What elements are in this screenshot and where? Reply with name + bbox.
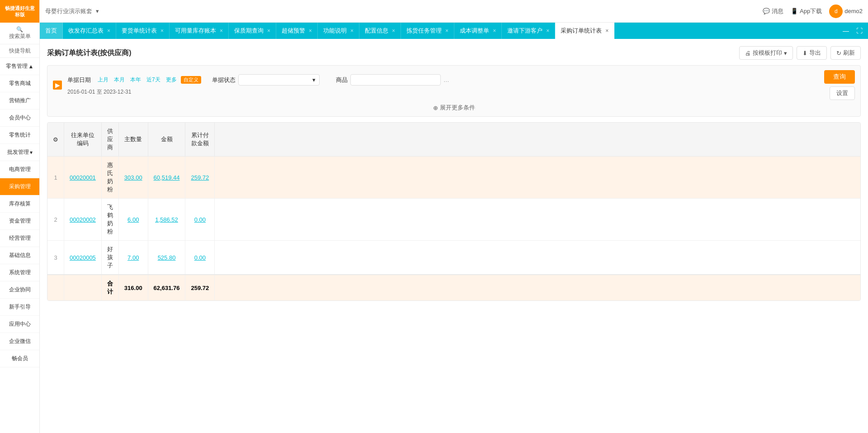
tab-close-icon[interactable]: × <box>493 28 496 34</box>
template-dropdown-icon: ▾ <box>784 50 787 57</box>
sidebar-item-new-guide[interactable]: 新手引导 <box>0 299 39 316</box>
sidebar-item-basic-info[interactable]: 基础信息 <box>0 247 39 264</box>
data-table: ⚙ 往来单位编码 供应商 主数量 金额 累计付款金额 1 <box>47 123 860 300</box>
td-main-qty[interactable]: 303.00 <box>118 157 148 199</box>
td-paid-amount[interactable]: 0.00 <box>185 241 215 275</box>
tab-recv-send-summary[interactable]: 收发存汇总表 × <box>63 23 116 39</box>
tab-pick-task[interactable]: 拣货任务管理 × <box>401 23 454 39</box>
filter-expand-button[interactable]: ▶ <box>53 81 62 90</box>
sidebar-item-retail-shop[interactable]: 零售商城 <box>0 75 39 92</box>
message-icon: 💬 <box>763 8 770 14</box>
user-profile-btn[interactable]: d demo2 <box>829 5 863 18</box>
sidebar-search[interactable]: 🔍 搜索菜单 <box>0 23 39 44</box>
search-label: 搜索菜单 <box>2 33 38 40</box>
date-custom-tag[interactable]: 自定义 <box>181 76 201 84</box>
btn-export-label: 导出 <box>809 49 821 57</box>
sidebar-item-member-card[interactable]: 畅会员 <box>0 350 39 367</box>
sidebar-item-system-manage[interactable]: 系统管理 <box>0 264 39 281</box>
date-shortcut-more[interactable]: 更多 <box>165 76 178 84</box>
date-shortcut-last-month[interactable]: 上月 <box>96 76 110 84</box>
gear-icon: ⚙ <box>53 136 58 143</box>
tab-purchase-order-stat[interactable]: 采购订单统计表 × <box>555 23 614 39</box>
goods-input[interactable] <box>350 74 441 86</box>
sidebar-item-retail-manage[interactable]: 零售管理 ▲ <box>0 58 39 75</box>
tab-inventory-account[interactable]: 可用量库存账本 × <box>170 23 229 39</box>
message-btn[interactable]: 💬 消息 <box>763 7 783 15</box>
filter-area: ▶ 单据日期 上月 本月 本年 近7天 更多 自定义 <box>47 65 861 117</box>
tab-cost-adjust[interactable]: 成本调整单 × <box>454 23 502 39</box>
td-footer-empty2 <box>64 275 102 300</box>
tab-close-icon[interactable]: × <box>392 28 395 34</box>
tab-close-icon[interactable]: × <box>309 28 312 34</box>
td-supplier-code[interactable]: 00020002 <box>64 199 102 241</box>
sidebar-item-retail-stat[interactable]: 零售统计 <box>0 127 39 144</box>
refresh-button[interactable]: ↻ 刷新 <box>830 46 861 60</box>
date-shortcut-7days[interactable]: 近7天 <box>145 76 162 84</box>
td-paid-amount[interactable]: 0.00 <box>185 199 215 241</box>
tab-close-icon[interactable]: × <box>546 28 549 34</box>
date-shortcut-this-month[interactable]: 本月 <box>113 76 126 84</box>
tabs-maximize-icon[interactable]: ⛶ <box>854 26 864 35</box>
td-supplier-name: 惠氏奶粉 <box>101 157 118 199</box>
sidebar-item-app-center[interactable]: 应用中心 <box>0 316 39 333</box>
workspace-dropdown-icon[interactable]: ▾ <box>96 8 99 14</box>
tab-function-desc[interactable]: 功能说明 × <box>318 23 359 39</box>
table-header-row: ⚙ 往来单位编码 供应商 主数量 金额 累计付款金额 <box>47 123 860 157</box>
tab-close-icon[interactable]: × <box>220 28 223 34</box>
sidebar: 畅捷通好生意标版 🔍 搜索菜单 快捷导航 零售管理 ▲ 零售商城 营销推广 会员… <box>0 0 40 433</box>
tab-close-icon[interactable]: × <box>107 28 110 34</box>
sidebar-item-label: 零售商城 <box>9 80 31 86</box>
td-main-qty[interactable]: 7.00 <box>118 241 148 275</box>
sidebar-item-enterprise-collab[interactable]: 企业协同 <box>0 281 39 299</box>
tab-goods-stat[interactable]: 要货单统计表 × <box>116 23 170 39</box>
tab-close-icon[interactable]: × <box>445 28 448 34</box>
tab-overstock-alert[interactable]: 超储预警 × <box>276 23 318 39</box>
search-icon: 🔍 <box>2 26 38 33</box>
sidebar-item-enterprise-wechat[interactable]: 企业微信 <box>0 333 39 350</box>
sidebar-item-ecommerce-manage[interactable]: 电商管理 <box>0 161 39 178</box>
td-extra <box>215 157 860 199</box>
template-print-button[interactable]: 🖨 按模板打印 ▾ <box>739 46 793 60</box>
goods-filter-group: 商品 … <box>336 74 449 86</box>
th-gear[interactable]: ⚙ <box>47 123 64 157</box>
goods-filter-label: 商品 <box>336 76 348 84</box>
app-download-btn[interactable]: 📱 App下载 <box>791 7 822 15</box>
tabs-minimize-icon[interactable]: — <box>841 26 851 35</box>
sidebar-item-finance-manage[interactable]: 资金管理 <box>0 213 39 230</box>
td-amount[interactable]: 525.80 <box>148 241 185 275</box>
tab-home[interactable]: 首页 <box>40 23 63 39</box>
tab-close-icon[interactable]: × <box>267 28 270 34</box>
sidebar-item-marketing[interactable]: 营销推广 <box>0 92 39 109</box>
sidebar-item-wholesale-manage[interactable]: 批发管理 ▾ <box>0 144 39 161</box>
tab-close-icon[interactable]: × <box>350 28 354 34</box>
sidebar-item-inventory-check[interactable]: 库存核算 <box>0 195 39 213</box>
expand-more-btn[interactable]: ⊕ 展开更多条件 <box>53 104 855 112</box>
status-select-value <box>242 76 244 83</box>
tab-config-info[interactable]: 配置信息 × <box>359 23 401 39</box>
td-supplier-code[interactable]: 00020005 <box>64 241 102 275</box>
sidebar-item-label: 企业微信 <box>9 338 31 344</box>
tab-close-icon[interactable]: × <box>160 28 164 34</box>
goods-more-icon[interactable]: … <box>443 76 449 83</box>
query-button[interactable]: 查询 <box>824 70 855 84</box>
tab-expiry-query[interactable]: 保质期查询 × <box>229 23 276 39</box>
topbar-left: 母婴行业演示账套 ▾ <box>45 7 99 15</box>
workspace-label[interactable]: 母婴行业演示账套 <box>45 7 92 15</box>
td-supplier-code[interactable]: 00020001 <box>64 157 102 199</box>
td-amount[interactable]: 1,586.52 <box>148 199 185 241</box>
sidebar-item-ops-manage[interactable]: 经营管理 <box>0 230 39 247</box>
tab-close-icon[interactable]: × <box>605 28 609 34</box>
export-button[interactable]: ⬇ 导出 <box>797 46 827 60</box>
td-amount[interactable]: 60,519.44 <box>148 157 185 199</box>
date-shortcut-this-year[interactable]: 本年 <box>129 76 142 84</box>
td-paid-amount[interactable]: 259.72 <box>185 157 215 199</box>
status-select[interactable]: ▾ <box>238 74 320 86</box>
sidebar-item-purchase-manage[interactable]: 采购管理 <box>0 178 39 195</box>
tab-label: 配置信息 <box>365 27 388 35</box>
btn-template-label: 按模板打印 <box>753 49 782 57</box>
settings-button[interactable]: 设置 <box>830 86 855 100</box>
tab-invite-downstream[interactable]: 邀请下游客户 × <box>502 23 555 39</box>
td-main-qty[interactable]: 6.00 <box>118 199 148 241</box>
sidebar-quick-nav[interactable]: 快捷导航 <box>0 44 39 58</box>
sidebar-item-member-center[interactable]: 会员中心 <box>0 109 39 127</box>
